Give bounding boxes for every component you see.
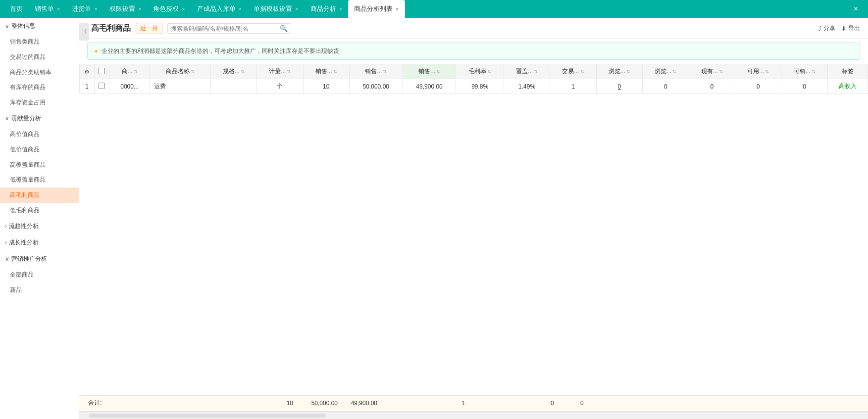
column-coverage[interactable]: 覆盖...⇅: [504, 64, 550, 79]
column-product-name[interactable]: 商品名称⇅: [150, 64, 210, 79]
sidebar-item-high-value[interactable]: 高价值商品: [0, 127, 79, 142]
column-gross-rate[interactable]: 毛利率⇅: [456, 64, 504, 79]
nav-permission-settings[interactable]: 权限设置 ×: [103, 0, 147, 18]
sidebar-item-low-value[interactable]: 低价值商品: [0, 142, 79, 157]
nav-close-role[interactable]: ×: [182, 6, 185, 12]
cell-tag: 高收入: [827, 79, 868, 94]
column-gear[interactable]: ⚙: [80, 64, 95, 79]
header-actions: ⤴ 分享 ⬇ 导出: [818, 24, 860, 33]
footer-available: 0: [567, 400, 597, 407]
sidebar-item-traded-goods[interactable]: 交易过的商品: [0, 49, 79, 65]
cell-name: 运费: [150, 79, 210, 94]
sidebar-group-trend[interactable]: › 流趋性分析: [0, 218, 79, 234]
column-browse1[interactable]: 浏览...⇅: [596, 64, 642, 79]
time-filter-button[interactable]: 近一月: [136, 23, 162, 34]
sidebar-item-stock-capital[interactable]: 库存资金占用: [0, 95, 79, 110]
search-icon[interactable]: 🔍: [280, 25, 288, 32]
cell-index: 1: [80, 79, 95, 94]
column-sellable[interactable]: 可销...⇅: [781, 64, 827, 79]
footer-total: 合计: 10 50,000.00 49,900.00 1 0 0: [79, 395, 868, 410]
sidebar-group-contribution[interactable]: ∨ 贡献量分析: [0, 110, 79, 127]
cell-sales2: 50,000.00: [349, 79, 403, 94]
nav-home[interactable]: 首页: [4, 0, 29, 18]
sidebar-group-marketing[interactable]: ∨ 营销推广分析: [0, 251, 79, 267]
table-body: 1 0000... 运费 个 10 50,000.00 49,900.00 99…: [80, 79, 868, 94]
top-nav: 首页 销售单 × 进货单 × 权限设置 × 角色授权 × 产成品入库单 × 单据…: [0, 0, 868, 18]
column-checkbox[interactable]: [95, 64, 109, 79]
nav-role-auth[interactable]: 角色授权 ×: [147, 0, 191, 18]
nav-close-analysis[interactable]: ×: [339, 6, 342, 12]
footer-sales1: 10: [275, 400, 305, 407]
nav-close-purchase[interactable]: ×: [94, 6, 97, 12]
cell-available: 0: [735, 79, 781, 94]
sidebar-group-growth[interactable]: › 成长性分析: [0, 234, 79, 251]
export-button[interactable]: ⬇ 导出: [841, 24, 860, 33]
sidebar-item-category-assist[interactable]: 商品分类助销率: [0, 65, 79, 80]
arrow-trend: ›: [5, 223, 7, 230]
sidebar-item-sales-goods[interactable]: 销售类商品: [0, 34, 79, 49]
nav-product-analysis[interactable]: 商品分析 ×: [305, 0, 348, 18]
sidebar-group-overall[interactable]: ∨ 整体信息: [0, 18, 79, 34]
nav-close-analysis-list[interactable]: ×: [396, 6, 399, 12]
sidebar: ∨ 整体信息 销售类商品 交易过的商品 商品分类助销率 有库存的商品 库存资金占…: [0, 18, 79, 419]
column-code[interactable]: 商...⇅: [109, 64, 150, 79]
column-available[interactable]: 可用...⇅: [735, 64, 781, 79]
footer-current: 0: [537, 400, 567, 407]
nav-template-settings[interactable]: 单据模板设置 ×: [248, 0, 304, 18]
horizontal-scrollbar[interactable]: [79, 411, 868, 419]
nav-sales-order[interactable]: 销售单 ×: [29, 0, 66, 18]
nav-close-permission[interactable]: ×: [138, 6, 141, 12]
arrow-growth: ›: [5, 239, 7, 246]
nav-close-template[interactable]: ×: [295, 6, 298, 12]
footer-sales2: 50,000.00: [305, 400, 344, 407]
footer-sales3: 49,900.00: [344, 400, 384, 407]
column-sales2[interactable]: 销售...⇅: [349, 64, 403, 79]
data-table-container[interactable]: ⚙ 商...⇅ 商品名称⇅ 规格...⇅: [79, 64, 868, 399]
sidebar-item-high-coverage[interactable]: 高覆盖量商品: [0, 157, 79, 173]
select-all-checkbox[interactable]: [99, 68, 105, 74]
cell-transactions: 1: [550, 79, 596, 94]
cell-code: 0000...: [109, 79, 150, 94]
table-header-row: ⚙ 商...⇅ 商品名称⇅ 规格...⇅: [80, 64, 868, 79]
share-button[interactable]: ⤴ 分享: [818, 24, 835, 33]
row-checkbox[interactable]: [99, 83, 105, 89]
column-unit[interactable]: 计量...⇅: [257, 64, 303, 79]
sidebar-item-in-stock[interactable]: 有库存的商品: [0, 80, 79, 95]
cell-coverage: 1.49%: [504, 79, 550, 94]
arrow-contribution: ∨: [5, 115, 9, 122]
table-row: 1 0000... 运费 个 10 50,000.00 49,900.00 99…: [80, 79, 868, 94]
info-icon: ✦: [94, 48, 99, 55]
sidebar-item-new-goods[interactable]: 新品: [0, 282, 79, 298]
share-icon: ⤴: [818, 25, 821, 32]
column-current-stock[interactable]: 现有...⇅: [689, 64, 735, 79]
nav-purchase-order[interactable]: 进货单 ×: [66, 0, 103, 18]
nav-product-analysis-list[interactable]: 商品分析列表 ×: [348, 0, 405, 18]
footer-transactions: 1: [448, 400, 478, 407]
main-layout: ∨ 整体信息 销售类商品 交易过的商品 商品分类助销率 有库存的商品 库存资金占…: [0, 18, 868, 419]
sidebar-collapse-button[interactable]: 《: [79, 23, 89, 41]
nav-product-inbound[interactable]: 产成品入库单 ×: [191, 0, 248, 18]
column-tag[interactable]: 标签: [827, 64, 868, 79]
scrollbar-thumb[interactable]: [89, 414, 326, 418]
sidebar-item-all-goods[interactable]: 全部商品: [0, 267, 79, 282]
nav-close-inbound[interactable]: ×: [239, 6, 242, 12]
column-browse2[interactable]: 浏览...⇅: [643, 64, 689, 79]
cell-sellable: 0: [781, 79, 827, 94]
column-transactions[interactable]: 交易...⇅: [550, 64, 596, 79]
arrow-overall: ∨: [5, 23, 9, 30]
page-title: 高毛利商品: [91, 23, 131, 34]
column-sales1[interactable]: 销售...⇅: [303, 64, 349, 79]
sidebar-item-high-margin[interactable]: 高毛利商品: [0, 187, 79, 203]
app-close-button[interactable]: ×: [848, 4, 864, 13]
cell-browse1[interactable]: 0: [596, 79, 642, 94]
column-spec[interactable]: 规格...⇅: [210, 64, 256, 79]
cell-sales3: 49,900.00: [403, 79, 456, 94]
data-table: ⚙ 商...⇅ 商品名称⇅ 规格...⇅: [79, 64, 868, 94]
column-sales3[interactable]: 销售...⇅: [403, 64, 456, 79]
footer-label: 合计:: [83, 399, 111, 407]
sidebar-item-low-margin[interactable]: 低毛利商品: [0, 203, 79, 218]
nav-close-sales[interactable]: ×: [57, 6, 60, 12]
sidebar-item-low-coverage[interactable]: 低覆盖量商品: [0, 172, 79, 187]
search-input[interactable]: [171, 25, 280, 32]
cell-checkbox[interactable]: [95, 79, 109, 94]
